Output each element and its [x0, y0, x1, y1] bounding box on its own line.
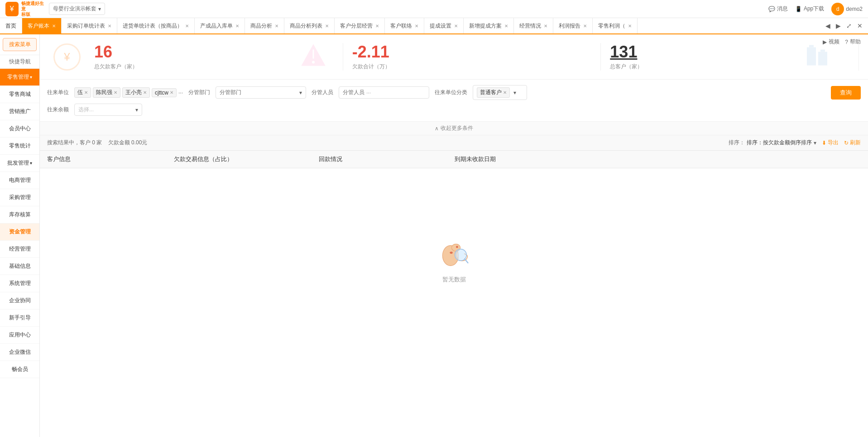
manager-dots: ···: [366, 90, 371, 96]
video-help-button[interactable]: ▶ 视频: [823, 38, 839, 46]
tab-business-status[interactable]: 经营情况 ✕: [514, 18, 553, 34]
top-bar-right: 💬 消息 📱 App下载 d demo2: [768, 3, 863, 15]
tab-goods-analysis-close[interactable]: ✕: [275, 24, 278, 28]
tab-inbound-stats-close[interactable]: ✕: [185, 24, 189, 28]
tab-production-inbound[interactable]: 产成品入库单 ✕: [195, 18, 245, 34]
filter-area: 往来单位 伍 ✕ 陈民强 ✕ 王小亮 ✕ cjttcw: [40, 80, 868, 122]
unit-tag-chen-close[interactable]: ✕: [114, 90, 117, 95]
tab-business-status-label: 经营情况: [519, 22, 541, 30]
sidebar-item-ecommerce-mgmt-label: 电商管理: [9, 177, 31, 183]
message-button[interactable]: 💬 消息: [768, 5, 788, 13]
tab-reminder-settings-close[interactable]: ✕: [454, 24, 458, 28]
sort-dropdown-icon: ▾: [814, 140, 816, 146]
sidebar-quick-nav[interactable]: 快捷导航: [0, 55, 39, 69]
query-button[interactable]: 查询: [831, 86, 861, 100]
nav-close-all-btn[interactable]: ✕: [855, 21, 864, 30]
sidebar-item-member-center[interactable]: 会员中心: [0, 120, 39, 138]
tab-customer-contact-close[interactable]: ✕: [415, 24, 418, 28]
tab-purchase-order-stats[interactable]: 采购订单统计表 ✕: [62, 18, 117, 34]
sidebar-search-button[interactable]: 搜索菜单: [3, 38, 37, 51]
sidebar-item-retail-mgmt[interactable]: 零售管理 ▾: [0, 69, 39, 86]
nav-expand-btn[interactable]: ⤢: [844, 21, 854, 30]
tab-customer-book[interactable]: 客户账本 ✕: [22, 18, 62, 34]
export-button[interactable]: ⬇ 导出: [822, 139, 839, 147]
sidebar-item-enterprise-wechat[interactable]: 企业微信: [0, 344, 39, 361]
tab-customer-segment-close[interactable]: ✕: [375, 24, 379, 28]
department-select[interactable]: 分管部门 ▾: [216, 86, 306, 99]
main-layout: 搜索菜单 快捷导航 零售管理 ▾ 零售商城 营销推广 会员中心 零售统计 批发管…: [0, 34, 868, 437]
refresh-button[interactable]: ↻ 刷新: [844, 139, 861, 147]
nav-prev-btn[interactable]: ◀: [824, 21, 832, 30]
unit-tag-cjttcw-close[interactable]: ✕: [170, 90, 173, 95]
sidebar-item-ecommerce-mgmt[interactable]: 电商管理: [0, 172, 39, 189]
logo-text: 畅捷通好生意 标版: [21, 1, 45, 17]
sort-select[interactable]: 排序： 排序：按欠款金额倒序排序 ▾: [729, 139, 816, 147]
stat-bg-icon-2: [300, 43, 327, 71]
sidebar-item-capital-mgmt[interactable]: 资金管理: [0, 223, 39, 241]
sidebar-item-marketing[interactable]: 营销推广: [0, 103, 39, 120]
debt-amount: 0.00元: [131, 139, 147, 146]
tab-reminder-settings[interactable]: 提成设置 ✕: [424, 18, 464, 34]
tab-goods-analysis-list-close[interactable]: ✕: [325, 24, 329, 28]
sidebar-item-inventory[interactable]: 库存核算: [0, 206, 39, 223]
filter-row-2: 往来余额 选择... ▾: [47, 104, 861, 116]
empty-icon: [436, 234, 472, 270]
tab-goods-analysis-label: 商品分析: [250, 22, 272, 30]
tab-goods-analysis-list[interactable]: 商品分析列表 ✕: [284, 18, 335, 34]
sidebar-item-basic-info[interactable]: 基础信息: [0, 258, 39, 275]
tab-inbound-stats[interactable]: 进货单统计表（按商品） ✕: [117, 18, 195, 34]
app-download-button[interactable]: 📱 App下载: [795, 5, 824, 13]
sidebar-item-operation-mgmt[interactable]: 经营管理: [0, 241, 39, 258]
tab-profit-report[interactable]: 利润报告 ✕: [553, 18, 593, 34]
account-selector[interactable]: 母婴行业演示帐套 ▾: [49, 3, 105, 15]
tab-customer-segment[interactable]: 客户分层经营 ✕: [335, 18, 385, 34]
unit-filter-label: 往来单位: [47, 89, 69, 96]
sidebar-item-app-center[interactable]: 应用中心: [0, 327, 39, 344]
remain-select[interactable]: 选择... ▾: [74, 104, 142, 116]
category-tag-normal-close[interactable]: ✕: [503, 90, 507, 95]
category-dropdown-icon: ▾: [513, 90, 516, 96]
stat-debt-customers: 16 总欠款客户（家）: [49, 43, 343, 71]
help-button[interactable]: ? 帮助: [845, 38, 861, 46]
unit-tag-wu-close[interactable]: ✕: [84, 90, 88, 95]
tab-business-status-close[interactable]: ✕: [544, 24, 547, 28]
top-bar: ¥ 畅捷通好生意 标版 母婴行业演示帐套 ▾ 💬 消息 📱 App下载 d de…: [0, 0, 868, 18]
tab-purchase-order-stats-close[interactable]: ✕: [108, 24, 111, 28]
filter-more-btn[interactable]: ···: [178, 90, 183, 96]
sidebar-item-retail-stats[interactable]: 零售统计: [0, 138, 39, 155]
sidebar-item-wholesale-mgmt[interactable]: 批发管理 ▾: [0, 155, 39, 172]
tab-goods-analysis-list-label: 商品分析列表: [290, 22, 322, 30]
category-select[interactable]: 普通客户 ✕ ▾: [473, 85, 527, 100]
tab-retail-profit-close[interactable]: ✕: [628, 24, 632, 28]
sidebar-item-newbie-guide[interactable]: 新手引导: [0, 309, 39, 327]
stat-total-customers: 131 总客户（家）: [601, 43, 859, 71]
tab-customer-book-close[interactable]: ✕: [52, 24, 56, 28]
nav-next-btn[interactable]: ▶: [834, 21, 843, 30]
sidebar-item-vip-member[interactable]: 畅会员: [0, 361, 39, 378]
sidebar-item-enterprise-collab[interactable]: 企业协同: [0, 292, 39, 309]
sidebar-item-capital-mgmt-label: 资金管理: [9, 228, 31, 235]
sidebar-item-purchase-mgmt[interactable]: 采购管理: [0, 189, 39, 206]
refresh-icon: ↻: [844, 140, 849, 146]
help-icon: ?: [845, 39, 848, 45]
tab-retail-profit[interactable]: 零售利润（ ✕: [593, 18, 638, 34]
tab-new-achievement[interactable]: 新增提成方案 ✕: [464, 18, 514, 34]
user-profile[interactable]: d demo2: [831, 3, 863, 15]
tab-customer-contact[interactable]: 客户联络 ✕: [385, 18, 424, 34]
sort-label: 排序：: [729, 139, 745, 147]
tab-profit-report-close[interactable]: ✕: [583, 24, 587, 28]
manager-select[interactable]: 分管人员 ···: [339, 86, 429, 99]
tab-home[interactable]: 首页: [0, 18, 22, 34]
table-header: 客户信息 欠款交易信息（占比） 回款情况 到期未收款日期: [40, 151, 868, 168]
unit-tag-wang-close[interactable]: ✕: [143, 90, 147, 95]
stat-debt-amount-label: 欠款合计（万）: [352, 63, 390, 71]
collapse-bar[interactable]: ∧ 收起更多条件: [40, 122, 868, 135]
tab-production-inbound-close[interactable]: ✕: [235, 24, 239, 28]
sidebar-item-wholesale-mgmt-arrow: ▾: [30, 161, 32, 166]
tab-new-achievement-close[interactable]: ✕: [504, 24, 508, 28]
category-tag-normal-text: 普通客户: [480, 89, 502, 96]
collapse-label: 收起更多条件: [441, 124, 473, 132]
tab-goods-analysis[interactable]: 商品分析 ✕: [245, 18, 284, 34]
sidebar-item-retail-mall[interactable]: 零售商城: [0, 86, 39, 103]
sidebar-item-system-mgmt[interactable]: 系统管理: [0, 275, 39, 292]
